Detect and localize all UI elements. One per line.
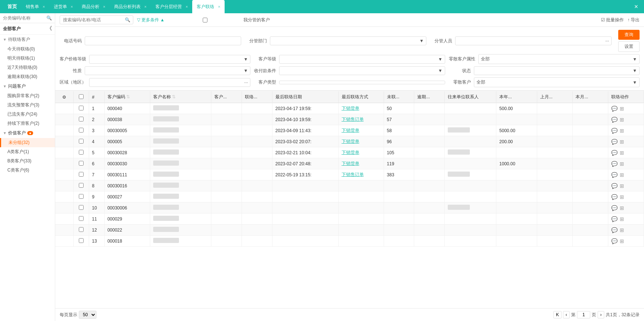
customer-level-select[interactable]: ▼ (279, 55, 445, 64)
row-checkbox[interactable] (79, 106, 84, 110)
last-method-link[interactable]: 下销货单 (342, 106, 359, 111)
retail-customer-select[interactable]: 全部 ▼ (474, 77, 640, 87)
action-chat-icon[interactable]: 💬 (611, 216, 617, 222)
row-last-method[interactable] (338, 180, 384, 191)
nav-home[interactable]: 首页 (3, 0, 21, 13)
action-chat-icon[interactable]: 💬 (611, 194, 617, 200)
nature-select[interactable]: ▼ (85, 66, 250, 75)
row-checkbox[interactable] (79, 205, 84, 210)
staff-select[interactable]: ··· (455, 36, 612, 45)
action-grid-icon[interactable]: ⊞ (620, 227, 624, 233)
action-chat-icon[interactable]: 💬 (611, 106, 617, 112)
row-checkbox[interactable] (79, 128, 84, 133)
sidebar-item-overdue[interactable]: 逾期未联络(30) (0, 72, 55, 81)
nav-tab-product-list[interactable]: 商品分析列表 × (110, 0, 151, 13)
sidebar-item-class-b[interactable]: B类客户(33) (0, 156, 55, 166)
close-purchase-tab[interactable]: × (71, 4, 73, 9)
row-checkbox[interactable] (79, 150, 84, 155)
sidebar-item-ungrouped[interactable]: 未分组(32) (0, 138, 55, 147)
my-customers-filter[interactable]: 我分管的客户 (168, 17, 270, 23)
action-grid-icon[interactable]: ⊞ (620, 139, 624, 145)
col-name-sort[interactable]: ⇅ (172, 94, 176, 99)
action-grid-icon[interactable]: ⊞ (620, 172, 624, 178)
action-grid-icon[interactable]: ⊞ (620, 238, 624, 244)
prev-page-btn[interactable]: ‹ (563, 311, 570, 318)
action-grid-icon[interactable]: ⊞ (620, 128, 624, 134)
col-check[interactable] (74, 91, 89, 103)
action-chat-icon[interactable]: 💬 (611, 139, 617, 145)
payment-select[interactable]: ▼ (279, 66, 445, 75)
search-input[interactable] (60, 15, 133, 24)
value-customer-title[interactable]: ▼ 价值客户 ● (0, 128, 55, 138)
customer-type-select[interactable] (279, 81, 445, 84)
action-grid-icon[interactable]: ⊞ (620, 161, 624, 167)
action-chat-icon[interactable]: 💬 (611, 172, 617, 178)
sidebar-item-class-c[interactable]: C类客户(6) (0, 166, 55, 175)
next-page-btn[interactable]: › (598, 311, 604, 318)
row-last-method[interactable]: 下销货单 (338, 125, 384, 136)
sidebar-item-class-a[interactable]: A类客户(1) (0, 147, 55, 156)
last-method-link[interactable]: 下销售订单 (342, 172, 364, 177)
row-last-method[interactable]: 下销售订单 (338, 169, 384, 180)
select-all-checkbox[interactable] (79, 94, 84, 99)
col-code[interactable]: 客户编码 ⇅ (104, 91, 150, 103)
row-checkbox[interactable] (79, 216, 84, 221)
action-chat-icon[interactable]: 💬 (611, 128, 617, 134)
per-page-select[interactable]: 50 (79, 311, 96, 319)
col-last-date[interactable]: 最后联络日期 (272, 91, 338, 103)
nav-tab-product-analysis[interactable]: 商品分析 × (77, 0, 110, 13)
action-grid-icon[interactable]: ⊞ (620, 194, 624, 200)
row-last-method[interactable] (338, 236, 384, 247)
row-last-method[interactable] (338, 214, 384, 225)
filter-more-btn[interactable]: ▽ 更多条件 ▲ (137, 17, 165, 23)
last-method-link[interactable]: 下销货单 (342, 128, 359, 133)
action-chat-icon[interactable]: 💬 (611, 205, 617, 211)
row-checkbox[interactable] (79, 172, 84, 177)
region-select[interactable]: ··· (89, 78, 250, 87)
action-chat-icon[interactable]: 💬 (611, 238, 617, 244)
action-grid-icon[interactable]: ⊞ (620, 216, 624, 222)
row-last-method[interactable]: 下销货单 (338, 147, 384, 158)
action-grid-icon[interactable]: ⊞ (620, 150, 624, 156)
action-chat-icon[interactable]: 💬 (611, 117, 617, 123)
close-product-analysis-tab[interactable]: × (103, 4, 105, 9)
sidebar-item-tomorrow[interactable]: 明天待联络(1) (0, 54, 55, 63)
retail-attr-select[interactable]: 全部 ▼ (478, 54, 640, 64)
sidebar-item-today[interactable]: 今天待联络(0) (0, 45, 55, 54)
nav-tab-customer-mgmt[interactable]: 客户分层经营 × (151, 0, 192, 13)
phone-input[interactable] (85, 36, 241, 45)
last-method-link[interactable]: 下销货单 (342, 139, 359, 144)
sidebar-search-input[interactable] (3, 15, 46, 21)
nav-tab-purchase[interactable]: 进货单 × (49, 0, 77, 13)
close-sales-tab[interactable]: × (43, 4, 45, 9)
last-method-link[interactable]: 下销售订单 (342, 117, 364, 122)
action-grid-icon[interactable]: ⊞ (620, 183, 624, 189)
row-last-method[interactable]: 下销售订单 (338, 114, 384, 125)
action-grid-icon[interactable]: ⊞ (620, 106, 624, 112)
sidebar-item-churned[interactable]: 已流失客户(24) (0, 110, 55, 119)
row-last-method[interactable] (338, 225, 384, 236)
nav-tab-customer-contact[interactable]: 客户联络 × (192, 0, 225, 13)
col-gear[interactable]: ⚙ (55, 91, 74, 103)
page-input[interactable] (577, 311, 590, 318)
close-customer-contact-tab[interactable]: × (218, 4, 220, 9)
wait-contact-title[interactable]: ▼ 待联络客户 (0, 35, 55, 45)
row-checkbox[interactable] (79, 161, 84, 166)
dept-select[interactable]: ▼ (270, 36, 426, 45)
sidebar-item-churn-warning[interactable]: 流失预警客户(3) (0, 100, 55, 110)
row-checkbox[interactable] (79, 238, 84, 243)
row-checkbox[interactable] (79, 183, 84, 188)
my-customers-checkbox[interactable] (168, 18, 242, 22)
row-checkbox[interactable] (79, 117, 84, 121)
row-last-method[interactable] (338, 191, 384, 202)
row-checkbox[interactable] (79, 227, 84, 232)
row-checkbox[interactable] (79, 194, 84, 199)
last-method-link[interactable]: 下销货单 (342, 150, 359, 155)
batch-op-btn[interactable]: ☑ 批量操作 (601, 17, 624, 23)
close-product-list-tab[interactable]: × (144, 4, 147, 9)
all-customers-header[interactable]: 全部客户 《 (0, 23, 55, 35)
sidebar-item-hoarding[interactable]: 囤购异常客户(2) (0, 91, 55, 100)
action-grid-icon[interactable]: ⊞ (620, 117, 624, 123)
row-last-method[interactable]: 下销货单 (338, 136, 384, 147)
action-chat-icon[interactable]: 💬 (611, 227, 617, 233)
